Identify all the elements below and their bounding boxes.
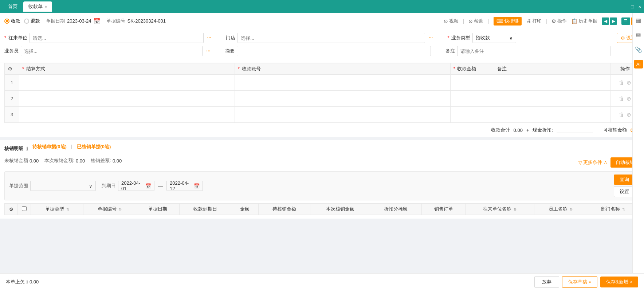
query-btn[interactable]: 查询 bbox=[614, 175, 635, 185]
sort-employee-icon[interactable]: ⇅ bbox=[570, 207, 573, 211]
view-list-btn[interactable]: ☰ bbox=[621, 17, 630, 25]
window-close-btn[interactable]: × bbox=[638, 4, 641, 9]
salesperson-more-icon[interactable]: ··· bbox=[206, 48, 211, 54]
radio-receipt-dot bbox=[4, 19, 9, 24]
calendar-end-icon[interactable]: 📅 bbox=[194, 183, 200, 189]
account-cell-1[interactable] bbox=[235, 75, 450, 91]
receipt-type-group: 收款 退款 bbox=[4, 18, 40, 24]
footer-stat-label: 本单上欠 bbox=[6, 279, 25, 285]
settlement-cell-3[interactable] bbox=[19, 107, 235, 123]
calendar-start-icon[interactable]: 📅 bbox=[145, 183, 151, 189]
store-input[interactable] bbox=[237, 33, 425, 43]
help-btn[interactable]: ⊙ 帮助 bbox=[468, 18, 483, 24]
notes-label: 备注 bbox=[445, 48, 455, 54]
salesperson-input[interactable] bbox=[21, 46, 203, 56]
due-start-input[interactable]: 2022-04-01 📅 bbox=[118, 181, 154, 191]
more-conditions-btn[interactable]: ▽ 更多条件 ∧ bbox=[578, 159, 608, 166]
account-cell-2[interactable] bbox=[235, 91, 450, 107]
btcol-sales-order: 销售订单 bbox=[422, 204, 466, 215]
delete-row-3-icon[interactable]: 🗑 bbox=[619, 111, 624, 118]
tab-receipt[interactable]: 收款单 × bbox=[23, 1, 52, 12]
btcol-number: 单据编号 ⇅ bbox=[83, 204, 136, 215]
done-tab[interactable]: 已核销单据(0笔) bbox=[75, 144, 113, 150]
save-draft-btn[interactable]: 保存草稿 ∧ bbox=[562, 276, 597, 288]
radio-receipt[interactable]: 收款 bbox=[4, 18, 20, 24]
row-num-1: 1 bbox=[5, 75, 19, 91]
operations-label: 操作 bbox=[557, 18, 567, 24]
right-panel-mail-icon[interactable]: ✉ bbox=[634, 31, 643, 39]
delete-row-1-icon[interactable]: 🗑 bbox=[619, 79, 624, 86]
history-btn[interactable]: 📋 历史单据 bbox=[571, 18, 597, 24]
history-label: 历史单据 bbox=[578, 18, 597, 24]
tab-home[interactable]: 首页 bbox=[3, 1, 23, 12]
diff-stat: 核销差额: 0.00 bbox=[91, 157, 122, 164]
operations-btn[interactable]: ⚙ 操作 bbox=[551, 18, 567, 24]
tab-close-icon[interactable]: × bbox=[45, 4, 47, 9]
amount-cell-1[interactable] bbox=[450, 75, 494, 91]
window-max-btn[interactable]: □ bbox=[631, 4, 634, 9]
shortcut-label: 快捷键 bbox=[504, 18, 519, 24]
section-separator bbox=[0, 137, 644, 140]
settlement-cell-1[interactable] bbox=[19, 75, 235, 91]
delete-row-2-icon[interactable]: 🗑 bbox=[619, 95, 624, 102]
save-new-btn[interactable]: 保存&新增 ∧ bbox=[600, 277, 638, 287]
account-cell-3[interactable] bbox=[235, 107, 450, 123]
unchecked-value: 0.00 bbox=[30, 158, 39, 164]
section-info-icon[interactable]: ℹ bbox=[26, 146, 28, 152]
sort-partner-icon[interactable]: ⇅ bbox=[514, 207, 517, 211]
notes-cell-2[interactable] bbox=[494, 91, 610, 107]
copy-row-2-icon[interactable]: ⊕ bbox=[627, 95, 631, 102]
calendar-icon[interactable]: 📅 bbox=[94, 18, 101, 24]
amount-cell-2[interactable] bbox=[450, 91, 494, 107]
store-field: 门店 ··· bbox=[226, 33, 433, 43]
discount-input[interactable] bbox=[557, 127, 593, 133]
footer-stat-value: 0.00 bbox=[30, 279, 39, 285]
right-panel-ai-icon[interactable]: Ai bbox=[634, 60, 643, 68]
right-panel-table-icon[interactable]: ▦ bbox=[634, 16, 643, 25]
pending-tab[interactable]: 待核销单据(0笔) bbox=[31, 144, 68, 150]
partner-more-icon[interactable]: ··· bbox=[207, 35, 212, 41]
bottom-footer: 本单上欠 ℹ 0.00 放弃 保存草稿 ∧ 保存&新增 ∧ bbox=[0, 273, 644, 290]
print-btn[interactable]: 🖨 打印 bbox=[526, 18, 542, 24]
footer-info-icon[interactable]: ℹ bbox=[26, 279, 28, 285]
save-new-dropdown-icon[interactable]: ∧ bbox=[630, 280, 632, 284]
sort-type-icon[interactable]: ⇅ bbox=[66, 207, 69, 211]
copy-row-1-icon[interactable]: ⊕ bbox=[627, 79, 631, 86]
sort-number-icon[interactable]: ⇅ bbox=[119, 207, 122, 211]
settlement-cell-2[interactable] bbox=[19, 91, 235, 107]
btcol-gear[interactable]: ⚙ bbox=[5, 204, 18, 215]
amount-cell-3[interactable] bbox=[450, 107, 494, 123]
video-btn[interactable]: ⊙ 视频 bbox=[444, 18, 459, 24]
range-select[interactable]: ∨ bbox=[30, 181, 96, 191]
sort-department-icon[interactable]: ⇅ bbox=[622, 207, 625, 211]
btcol-checkbox[interactable] bbox=[18, 204, 31, 215]
window-min-btn[interactable]: — bbox=[622, 4, 627, 9]
select-all-checkbox[interactable] bbox=[22, 206, 27, 211]
summary-input[interactable] bbox=[237, 46, 431, 56]
btcol-employee: 员工名称 ⇅ bbox=[534, 204, 587, 215]
video-label: 视频 bbox=[449, 18, 459, 24]
business-type-select[interactable]: 预收款 ∨ bbox=[472, 33, 516, 43]
nav-right-btn[interactable]: ▶ bbox=[610, 17, 617, 25]
copy-row-3-icon[interactable]: ⊕ bbox=[627, 111, 631, 118]
btcol-current: 本次核销金额 bbox=[310, 204, 370, 215]
nav-left-btn[interactable]: ◀ bbox=[602, 17, 609, 25]
due-end-input[interactable]: 2022-04-12 📅 bbox=[166, 181, 203, 191]
abandon-btn[interactable]: 放弃 bbox=[534, 276, 559, 288]
gear-icon-bottom[interactable]: ⚙ bbox=[9, 207, 13, 212]
shortcut-btn[interactable]: ⌨ 快捷键 bbox=[494, 17, 522, 26]
right-panel-attach-icon[interactable]: 📎 bbox=[634, 45, 643, 54]
gear-col-icon[interactable]: ⚙ bbox=[8, 66, 12, 72]
radio-refund[interactable]: 退款 bbox=[24, 18, 40, 24]
date-label: 单据日期 bbox=[46, 18, 65, 24]
partner-input[interactable] bbox=[30, 33, 204, 43]
table-col-gear[interactable]: ⚙ bbox=[5, 63, 19, 75]
shortcut-button[interactable]: ⌨ 快捷键 bbox=[494, 17, 522, 26]
notes-cell-3[interactable] bbox=[494, 107, 610, 123]
notes-input[interactable] bbox=[457, 46, 610, 56]
notes-cell-1[interactable] bbox=[494, 75, 610, 91]
store-more-icon[interactable]: ··· bbox=[429, 35, 433, 41]
save-draft-dropdown-icon[interactable]: ∧ bbox=[589, 280, 591, 284]
filter-settings-btn[interactable]: 设置 bbox=[614, 186, 635, 197]
date-value: 2023-03-24 bbox=[67, 18, 91, 24]
